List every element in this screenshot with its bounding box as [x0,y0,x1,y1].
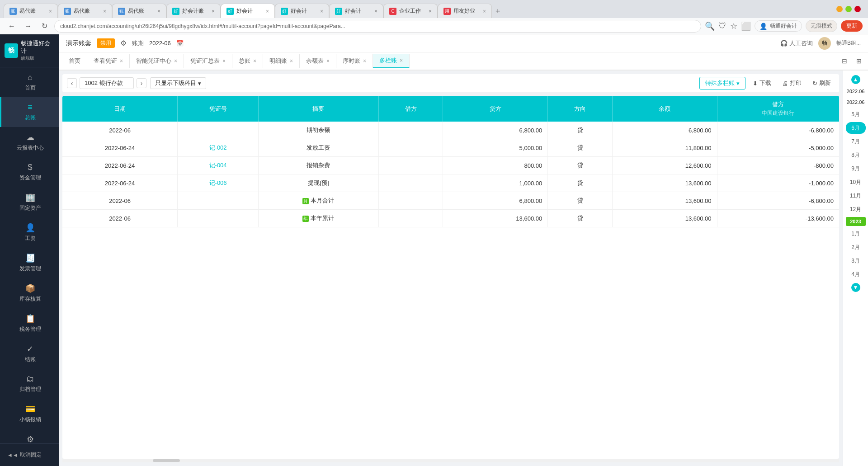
consult-button[interactable]: 🎧 人工咨询 [780,39,813,47]
sidebar-item-expense[interactable]: 💳 小畅报销 [0,399,59,429]
tab-detail-ledger-close[interactable]: × [290,58,293,64]
maximize-button[interactable] [845,6,852,12]
browser-tab-1[interactable]: 账 易代账 × [4,4,58,18]
tab-balance[interactable]: 余额表 × [300,54,336,68]
tab-close-8[interactable]: × [429,8,432,14]
tab-voucher-summary-close[interactable]: × [222,58,226,64]
month-12[interactable]: 12月 [846,203,866,215]
voucher-link[interactable]: 记-004 [209,162,227,169]
browser-tab-4[interactable]: 好 好会计账 × [166,4,221,18]
tab-smart-voucher-close[interactable]: × [174,58,177,64]
sidebar-item-fund[interactable]: $ 资金管理 [0,157,59,187]
tab-close-3[interactable]: × [157,8,160,14]
tab-general-ledger-close[interactable]: × [253,58,256,64]
user-avatar[interactable]: 畅 [818,37,831,50]
extension-icon[interactable]: ⬜ [741,21,751,31]
reload-button[interactable]: ↻ [38,20,51,33]
sidebar-item-tax[interactable]: 📋 税务管理 [0,308,59,339]
update-button[interactable]: 更新 [841,20,863,32]
tab-collapse-button[interactable]: ⊟ [839,56,850,66]
close-button[interactable] [854,6,861,12]
tab-close-5[interactable]: × [266,8,269,14]
month-2023-1[interactable]: 1月 [846,228,866,240]
sidebar-item-cloud-report[interactable]: ☁ 云报表中心 [0,127,59,157]
tab-view-voucher[interactable]: 查看凭证 × [87,54,130,68]
scroll-thumb[interactable] [153,459,180,462]
tab-general-ledger[interactable]: 总账 × [232,54,263,68]
tab-close-2[interactable]: × [103,8,106,14]
browser-tab-7[interactable]: 好 好会计 × [329,4,383,18]
special-ledger-button[interactable]: 特殊多栏账 ▾ [699,77,745,89]
tab-close-9[interactable]: × [483,8,486,14]
sidebar-item-inventory[interactable]: 📦 库存核算 [0,278,59,308]
shield-icon[interactable]: 🛡 [718,21,726,31]
tab-close-1[interactable]: × [49,8,52,14]
star-icon[interactable]: ☆ [730,21,737,31]
tab-voucher-summary[interactable]: 凭证汇总表 × [184,54,232,68]
tab-sequence-ledger[interactable]: 序时账 × [336,54,373,68]
month-9[interactable]: 9月 [846,163,866,174]
month-2023-4[interactable]: 4月 [846,268,866,280]
browser-tab-9[interactable]: 用 用友好业 × [438,4,492,18]
month-6[interactable]: 6月 [846,122,866,134]
month-5[interactable]: 5月 [846,108,866,120]
new-tab-button[interactable]: + [492,5,504,18]
month-2023-3[interactable]: 3月 [846,255,866,267]
tab-sequence-ledger-close[interactable]: × [363,58,366,64]
tab-close-7[interactable]: × [374,8,377,14]
scroll-up-button[interactable]: ▲ [851,75,860,84]
print-button[interactable]: 🖨 打印 [778,77,805,89]
tab-close-6[interactable]: × [320,8,323,14]
sidebar-item-general-ledger[interactable]: ≡ 总账 [0,97,59,127]
browser-tab-6[interactable]: 好 好会计 × [275,4,329,18]
ledger-icon: ≡ [28,103,33,112]
table-row: 2022-06 月本月合计 6,800.00 贷 13,600.00 -6,80… [62,192,839,210]
horizontal-scrollbar[interactable] [62,459,839,462]
browser-tab-3[interactable]: 账 易代账 × [112,4,166,18]
calendar-icon[interactable]: 📅 [176,40,184,47]
browser-tab-2[interactable]: 账 易代账 × [58,4,112,18]
voucher-link[interactable]: 记-006 [209,179,227,186]
refresh-button[interactable]: ↻ 刷新 [809,77,835,89]
sidebar-item-close-accounts[interactable]: ✓ 结账 [0,339,59,369]
back-button[interactable]: ← [5,20,18,33]
url-bar[interactable]: cloud2.chanjet.com/accounting/uh26t264j5… [54,20,701,33]
prev-subject-button[interactable]: ‹ [67,78,77,88]
collapse-sidebar-button[interactable]: ◄◄ 取消固定 [5,448,54,461]
voucher-link[interactable]: 记-002 [209,144,227,151]
next-subject-button[interactable]: › [137,78,146,88]
sidebar-item-invoice[interactable]: 🧾 发票管理 [0,248,59,278]
tab-sequence-ledger-label: 序时账 [343,57,360,65]
month-7[interactable]: 7月 [846,136,866,147]
tab-close-4[interactable]: × [212,8,215,14]
tab-expand-button[interactable]: ⊞ [854,56,864,66]
tab-view-voucher-close[interactable]: × [120,58,123,64]
sidebar-item-settings[interactable]: ⚙ 基础设置 [0,429,59,443]
tab-detail-ledger[interactable]: 明细账 × [263,54,300,68]
browser-tab-8[interactable]: C 企业工作 × [383,4,438,18]
forward-button[interactable]: → [22,20,34,33]
ledger-toolbar: ‹ 1002 银行存款 › 只显示下级科目 ▾ [62,74,839,92]
filter-dropdown[interactable]: 只显示下级科目 ▾ [150,77,206,89]
tab-smart-voucher[interactable]: 智能凭证中心 × [130,54,184,68]
incognito-mode-button[interactable]: 无痕模式 [806,20,837,32]
settings-gear-icon[interactable]: ⚙ [120,39,127,47]
browser-tab-5[interactable]: 好 好会计 × [221,4,275,18]
sidebar-item-fixed-assets[interactable]: 🏢 固定资产 [0,187,59,217]
download-button[interactable]: ⬇ 下载 [749,77,775,89]
month-10[interactable]: 10月 [846,176,866,188]
tab-home[interactable]: 首页 [62,54,87,68]
sidebar-item-payroll[interactable]: 👤 工资 [0,217,59,248]
month-11[interactable]: 11月 [846,190,866,202]
search-icon[interactable]: 🔍 [705,21,715,31]
month-2023-2[interactable]: 2月 [846,241,866,253]
month-8[interactable]: 8月 [846,149,866,161]
tab-multi-ledger-close[interactable]: × [400,57,403,64]
user-profile-btn[interactable]: 👤 畅通好会计 [755,20,802,32]
sidebar-item-home[interactable]: ⌂ 首页 [0,67,59,97]
sidebar-item-archive[interactable]: 🗂 归档管理 [0,369,59,399]
minimize-button[interactable] [836,6,843,12]
tab-balance-close[interactable]: × [326,58,330,64]
scroll-down-button[interactable]: ▼ [851,283,860,292]
tab-multi-ledger[interactable]: 多栏账 × [373,54,410,68]
